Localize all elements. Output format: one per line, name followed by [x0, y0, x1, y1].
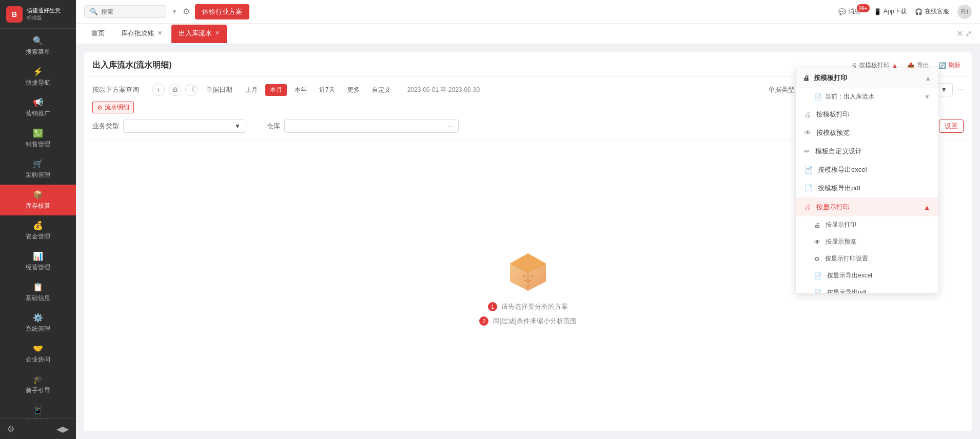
filter-tag-last-month[interactable]: 上月	[241, 84, 262, 96]
subitem-preview-label: 按显示预览	[826, 237, 856, 246]
tab-batch[interactable]: 库存批次账 ✕	[114, 25, 169, 43]
tab-flow-close-icon[interactable]: ✕	[215, 30, 220, 36]
sidebar-label-marketing: 营销推广	[26, 109, 50, 118]
headset-icon: 🎧	[915, 8, 923, 15]
sidebar-item-finance[interactable]: 💰 资金管理	[0, 215, 76, 246]
sidebar-logo: B 畅捷通好生意 标准版	[0, 0, 76, 29]
tab-batch-label: 库存批次账	[121, 29, 154, 38]
subitem-print-label: 按显示打印	[826, 221, 856, 229]
marketing-nav-icon: 📢	[33, 97, 43, 107]
dropdown-header: 🖨 按模板打印 ▲	[796, 68, 938, 88]
dropdown-up-arrow-icon[interactable]: ▲	[925, 74, 931, 82]
template-excel-icon: 📄	[804, 166, 813, 174]
warehouse-input[interactable]: ···	[284, 119, 459, 133]
dropdown-subitem-display-settings[interactable]: ⚙ 按显示打印设置	[796, 250, 938, 267]
filter-tag-7days[interactable]: 近7天	[315, 84, 340, 96]
refresh-btn[interactable]: 🔄 刷新	[935, 59, 964, 71]
dropdown-item-template-pdf[interactable]: 📄 按模板导出pdf	[796, 179, 938, 197]
tab-home[interactable]: 首页	[84, 25, 112, 43]
warehouse-more-icon[interactable]: ···	[448, 123, 453, 130]
sidebar-item-inventory[interactable]: 📦 库存核算	[0, 185, 76, 215]
basic-nav-icon: 📋	[33, 282, 43, 292]
sidebar-item-guide[interactable]: 🎓 新手引导	[0, 369, 76, 400]
settings-icon[interactable]: ⚙	[7, 424, 14, 434]
sidebar-item-marketing[interactable]: 📢 营销推广	[0, 92, 76, 123]
filter-tag-more[interactable]: 更多	[343, 84, 364, 96]
template-pdf-icon: 📄	[804, 184, 813, 192]
dropdown-item-template-print[interactable]: 🖨 按模板打印	[796, 105, 938, 124]
add-filter-btn[interactable]: +	[152, 84, 165, 96]
sidebar-item-shortcut[interactable]: ⚡ 快捷导航	[0, 62, 76, 92]
sidebar-item-system[interactable]: ⚙️ 系统管理	[0, 308, 76, 338]
template-custom-label: 模板自定义设计	[815, 147, 862, 156]
active-filter-chip[interactable]: ⚙ 流水明细	[92, 102, 134, 113]
online-service-label: 在线客服	[925, 7, 949, 16]
step-2-num: 2	[479, 316, 488, 326]
sidebar-item-operations[interactable]: 📊 经营管理	[0, 246, 76, 277]
cooperation-nav-icon: 🤝	[33, 344, 43, 353]
maximize-window-icon[interactable]: ⤢	[965, 29, 972, 38]
settings-filter-btn[interactable]: ⚙	[169, 84, 181, 96]
template-preview-label: 按模板预览	[816, 128, 850, 137]
app-version: 标准版	[27, 14, 61, 22]
dropdown-item-template-custom[interactable]: ✏ 模板自定义设计	[796, 142, 938, 161]
settings-btn[interactable]: 设置	[939, 119, 964, 133]
active-filter-label: 流水明细	[105, 103, 129, 112]
dropdown-item-template-preview[interactable]: 👁 按模板预览	[796, 124, 938, 142]
display-print-expand-icon[interactable]: ▲	[924, 204, 930, 211]
tab-bar: 首页 库存批次账 ✕ 出入库流水 ✕ ✕ ⤢	[76, 24, 980, 44]
dropdown-item-display-print[interactable]: 🖨 按显示打印 ▲	[796, 198, 938, 216]
dropdown-subitem-display-pdf[interactable]: 📄 按显示导出pdf	[796, 284, 938, 293]
biz-type-input[interactable]: ▼	[123, 119, 246, 133]
filter-doc-type-label: 单据类型	[768, 85, 795, 94]
online-service-action[interactable]: 🎧 在线客服	[915, 7, 949, 16]
dropdown-current-label: 📄 当前：出入库流水 ▼	[796, 88, 938, 105]
tab-batch-close-icon[interactable]: ✕	[158, 30, 162, 36]
sidebar-label-purchase: 采购管理	[26, 171, 50, 179]
filter-date-group: 上月 本月 本年 近7天 更多 自定义	[241, 84, 395, 96]
header-search-box[interactable]: 🔍	[84, 5, 166, 18]
collapse-filter-btn[interactable]: 《	[185, 84, 198, 96]
sidebar-item-apps[interactable]: 📱 应用中心	[0, 400, 76, 418]
template-pdf-label: 按模板导出pdf	[818, 184, 860, 193]
phone-icon: 📱	[874, 8, 881, 15]
sidebar-item-search[interactable]: 🔍 搜索菜单	[0, 31, 76, 62]
dropdown-subitem-display-excel[interactable]: 📄 按显示导出excel	[796, 267, 938, 284]
current-expand-icon[interactable]: ▼	[924, 93, 930, 101]
inventory-nav-icon: 📦	[33, 190, 43, 199]
doc-type-dropdown-icon: ▼	[941, 86, 947, 93]
warehouse-label: 仓库	[267, 122, 280, 131]
sidebar-item-purchase[interactable]: 🛒 采购管理	[0, 154, 76, 185]
subitem-excel-icon: 📄	[814, 272, 822, 280]
settings-gear-icon[interactable]: ⚙	[183, 7, 190, 16]
user-avatar[interactable]: Rit	[957, 5, 972, 19]
message-icon: 💬	[838, 8, 846, 15]
empty-step-1: 1 请先选择要分析的方案	[488, 302, 568, 311]
app-download-action[interactable]: 📱 App下载	[874, 7, 907, 16]
display-print-icon: 🖨	[804, 203, 811, 211]
search-input[interactable]	[101, 8, 152, 15]
filter-tag-custom[interactable]: 自定义	[367, 84, 395, 96]
filter-tag-this-month[interactable]: 本月	[265, 84, 287, 96]
doc-type-more-icon[interactable]: ···	[957, 85, 964, 94]
close-window-icon[interactable]: ✕	[956, 29, 963, 38]
subitem-pdf-label: 按显示导出pdf	[827, 288, 867, 293]
sidebar-item-cooperation[interactable]: 🤝 企业协同	[0, 338, 76, 369]
sidebar-label-shortcut: 快捷导航	[26, 78, 50, 87]
dropdown-subitem-display-preview[interactable]: 👁 按显示预览	[796, 233, 938, 250]
sidebar-item-basic[interactable]: 📋 基础信息	[0, 277, 76, 308]
top-header: 🔍 ▼ ⚙ 体验行业方案 💬 消息 99+ 📱 App下载 🎧 在线客服 Ri	[76, 0, 980, 24]
dropdown-subitem-display-print[interactable]: 🖨 按显示打印	[796, 216, 938, 233]
header-right: 💬 消息 99+ 📱 App下载 🎧 在线客服 Rit	[838, 5, 972, 19]
template-custom-icon: ✏	[804, 147, 810, 155]
dropdown-item-template-excel[interactable]: 📄 按模板导出excel	[796, 161, 938, 179]
industry-btn[interactable]: 体验行业方案	[195, 4, 249, 19]
tab-flow[interactable]: 出入库流水 ✕	[171, 25, 227, 43]
collapse-sidebar-icon[interactable]: ◀▶	[56, 424, 69, 434]
purchase-nav-icon: 🛒	[33, 159, 43, 169]
dropdown-arrow-icon[interactable]: ▼	[171, 8, 178, 15]
message-action[interactable]: 💬 消息 99+	[838, 7, 866, 16]
dropdown-scroll: 📄 当前：出入库流水 ▼ 🖨 按模板打印 👁 按模板预览 ✏ 模板自定义设计	[796, 88, 938, 293]
filter-tag-this-year[interactable]: 本年	[290, 84, 311, 96]
sidebar-item-sales[interactable]: 💹 销售管理	[0, 123, 76, 154]
